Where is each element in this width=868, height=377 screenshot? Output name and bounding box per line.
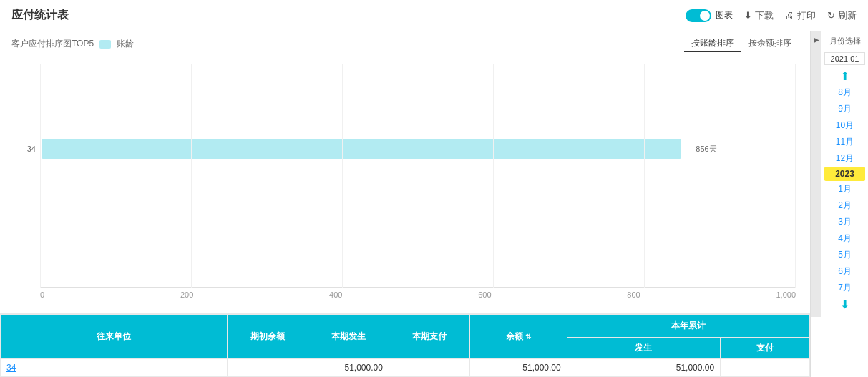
unit-link[interactable]: 34 [6, 363, 16, 373]
col-header-ytd: 本年累计 [567, 315, 809, 338]
sort-tab-by-balance[interactable]: 按余额排序 [741, 36, 799, 52]
cell-current-pay [389, 359, 469, 377]
bar-end-label: 856天 [696, 144, 716, 155]
balance-sort-icon[interactable]: ⇅ [525, 333, 531, 341]
legend-box [99, 40, 111, 49]
refresh-button[interactable]: ↻ 刷新 [827, 9, 857, 22]
refresh-label: 刷新 [838, 9, 857, 22]
data-table: 往来单位 期初余额 本期发生 本期支付 余额 ⇅ 本年累计 发生 [0, 314, 810, 377]
legend-label: 账龄 [117, 38, 134, 50]
download-label: 下载 [755, 9, 774, 22]
cell-balance: 51,000.00 [469, 359, 567, 377]
month-item-aug[interactable]: 8月 [824, 84, 865, 101]
month-item-oct[interactable]: 10月 [824, 117, 865, 134]
col-header-current-occ: 本期发生 [308, 315, 389, 359]
header-actions: 图表 ⬇ 下载 🖨 打印 ↻ 刷新 [686, 9, 857, 22]
bar-chart: 34 856天 [14, 64, 796, 250]
bar-label: 34 [14, 145, 36, 153]
month-item-jul[interactable]: 7月 [824, 280, 865, 296]
month-nav-up[interactable]: ⬆ [824, 68, 865, 84]
sidebar-panel: ▶ 月份选择 ⬆ 8月 9月 10月 11月 12月 2023 [811, 31, 868, 377]
month-item-dec[interactable]: 12月 [824, 150, 865, 167]
cell-ytd-occ: 51,000.00 [567, 359, 720, 377]
x-axis-400: 400 [329, 290, 342, 299]
month-list: 8月 9月 10月 11月 12月 2023 1月 2月 3月 4月 5月 6月 [824, 84, 865, 296]
print-icon: 🖨 [785, 10, 794, 21]
cell-current-occ: 51,000.00 [308, 359, 389, 377]
table-row: 34 51,000.00 51,000.00 51,000.00 [1, 359, 810, 377]
sort-tab-by-age[interactable]: 按账龄排序 [684, 36, 741, 52]
month-item-may[interactable]: 5月 [824, 247, 865, 263]
download-button[interactable]: ⬇ 下载 [744, 9, 774, 22]
sidebar-title: 月份选择 [824, 36, 865, 49]
x-axis-line [40, 287, 796, 288]
col-header-ytd-pay: 支付 [721, 338, 810, 359]
refresh-icon: ↻ [827, 10, 835, 21]
print-label: 打印 [797, 9, 816, 22]
collapse-icon: ▶ [814, 36, 819, 44]
print-button[interactable]: 🖨 打印 [785, 9, 816, 22]
x-axis-800: 800 [627, 290, 640, 299]
month-nav-down[interactable]: ⬇ [824, 296, 865, 313]
chart-toggle-label: 图表 [716, 9, 733, 21]
month-item-mar[interactable]: 3月 [824, 214, 865, 230]
x-axis-0: 0 [40, 290, 44, 299]
col-header-balance: 余额 ⇅ [469, 315, 567, 359]
bar-track: 856天 [42, 139, 789, 159]
sort-tabs: 按账龄排序 按余额排序 [684, 36, 799, 52]
chart-legend: 客户应付排序图TOP5 账龄 [11, 38, 134, 50]
x-axis-1000: 1,000 [776, 290, 796, 299]
month-item-apr[interactable]: 4月 [824, 230, 865, 247]
bar-fill: 856天 [42, 139, 681, 159]
cell-opening [227, 359, 308, 377]
chart-toggle-switch[interactable] [686, 9, 711, 22]
x-axis-200: 200 [180, 290, 193, 299]
sidebar-right: ▶ 月份选择 ⬆ 8月 9月 10月 11月 12月 2023 [810, 31, 868, 377]
chart-header: 客户应付排序图TOP5 账龄 按账龄排序 按余额排序 [0, 31, 810, 57]
download-icon: ⬇ [744, 10, 752, 21]
chart-toggle-wrap[interactable]: 图表 [686, 9, 733, 22]
year-input[interactable] [824, 52, 865, 65]
cell-unit: 34 [1, 359, 228, 377]
cell-ytd-pay [721, 359, 810, 377]
month-item-2023[interactable]: 2023 [824, 167, 865, 181]
page-title: 应付统计表 [11, 8, 69, 23]
col-header-opening: 期初余额 [227, 315, 308, 359]
month-item-nov[interactable]: 11月 [824, 134, 865, 150]
sidebar-collapse-button[interactable]: ▶ [811, 31, 821, 317]
month-item-jan[interactable]: 1月 [824, 181, 865, 197]
month-item-feb[interactable]: 2月 [824, 197, 865, 214]
month-item-jun[interactable]: 6月 [824, 263, 865, 280]
data-table-section: 往来单位 期初余额 本期发生 本期支付 余额 ⇅ 本年累计 发生 [0, 313, 810, 377]
legend-title: 客户应付排序图TOP5 [11, 38, 94, 50]
month-item-sep[interactable]: 9月 [824, 101, 865, 117]
x-axis-600: 600 [478, 290, 491, 299]
x-axis: 0 200 400 600 800 1,000 [40, 290, 796, 299]
col-header-current-pay: 本期支付 [389, 315, 469, 359]
bar-row: 34 856天 [14, 139, 789, 159]
sidebar-content: 月份选择 ⬆ 8月 9月 10月 11月 12月 2023 1月 2月 [821, 31, 868, 317]
col-header-unit: 往来单位 [1, 315, 228, 359]
chart-container: 34 856天 0 200 400 600 800 1,00 [0, 57, 810, 313]
col-header-ytd-occ: 发生 [567, 338, 720, 359]
